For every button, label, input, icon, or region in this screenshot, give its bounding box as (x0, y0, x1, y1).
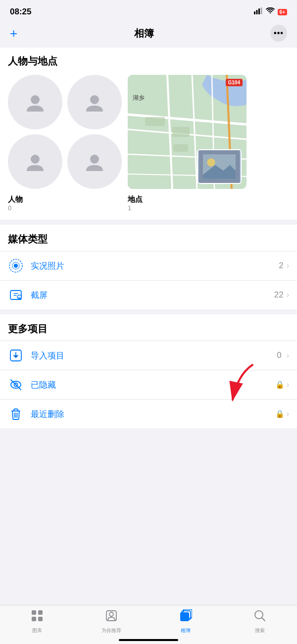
chevron-right-icon: › (287, 291, 289, 299)
hidden-right: 🔒 › (275, 380, 289, 389)
places-title: 地点 (128, 195, 247, 204)
recently-deleted-item[interactable]: 最近删除 🔒 › (0, 399, 297, 428)
search-tab-label: 搜索 (255, 627, 265, 634)
media-type-heading: 媒体类型 (0, 225, 297, 251)
tab-search[interactable]: 搜索 (223, 609, 297, 634)
nav-bar: + 相簿 ••• (0, 21, 297, 48)
svg-rect-3 (260, 7, 262, 14)
avatar-3[interactable] (8, 134, 62, 189)
import-icon (8, 348, 24, 363)
import-count: 0 (277, 351, 281, 360)
places-count: 1 (128, 204, 247, 212)
map-photo-overlay (197, 149, 242, 184)
people-avatars-grid (8, 75, 122, 189)
chevron-right-icon: › (287, 351, 289, 360)
import-right: 0 › (277, 351, 289, 360)
map-huliang-label: 湖乡 (133, 94, 145, 102)
hidden-item[interactable]: 已隐藏 🔒 › (0, 370, 297, 399)
people-count: 0 (8, 204, 122, 212)
chevron-right-icon: › (287, 410, 289, 418)
photo-preview-icon (198, 150, 241, 183)
hidden-svg (9, 378, 23, 392)
svg-point-6 (31, 155, 40, 164)
foryou-svg (105, 609, 118, 622)
tab-foryou[interactable]: 为你推荐 (74, 609, 148, 634)
svg-rect-39 (38, 617, 43, 621)
foryou-tab-label: 为你推荐 (101, 627, 121, 634)
avatar-1[interactable] (8, 75, 62, 129)
live-photos-icon (8, 258, 24, 274)
map-photo-inner (198, 150, 241, 183)
live-photos-label: 实况照片 (31, 260, 279, 272)
status-icons: 6+ (254, 7, 287, 16)
places-group[interactable]: 湖乡 G104 地点 1 (128, 75, 247, 212)
search-tab-icon (253, 609, 266, 625)
screenshot-svg (9, 288, 23, 302)
screenshots-icon (8, 287, 24, 303)
person-icon (25, 92, 46, 113)
svg-point-7 (90, 155, 99, 164)
gallery-tab-label: 图库 (32, 627, 42, 634)
avatar-2[interactable] (67, 75, 122, 129)
svg-rect-2 (258, 8, 260, 14)
lock-icon: 🔒 (275, 380, 285, 389)
avatar-4[interactable] (67, 134, 122, 189)
gallery-tab-icon (31, 609, 44, 625)
gallery-svg (31, 609, 44, 622)
chevron-right-icon: › (287, 261, 289, 270)
places-map[interactable]: 湖乡 G104 (128, 75, 247, 189)
svg-line-46 (262, 618, 265, 621)
more-button[interactable]: ••• (270, 25, 287, 42)
albums-tab-icon (179, 609, 192, 625)
places-label: 地点 1 (128, 195, 247, 212)
home-indicator (119, 639, 178, 641)
person-icon (84, 151, 105, 172)
svg-point-22 (207, 159, 215, 167)
person-icon (25, 151, 46, 172)
people-group[interactable]: 人物 0 (8, 75, 122, 212)
g104-badge: G104 (226, 79, 243, 86)
people-label: 人物 0 (8, 195, 122, 212)
screenshots-item[interactable]: 截屏 22 › (0, 280, 297, 309)
person-icon (84, 92, 105, 113)
people-places-section: 人物与地点 (0, 48, 297, 220)
hidden-icon (8, 377, 24, 393)
foryou-tab-icon (105, 609, 118, 625)
status-time: 08:25 (10, 7, 31, 17)
tab-gallery[interactable]: 图库 (0, 609, 74, 634)
live-photos-item[interactable]: 实况照片 2 › (0, 251, 297, 280)
svg-point-5 (90, 95, 99, 104)
signal-icon (254, 7, 263, 16)
status-bar: 08:25 6+ (0, 0, 297, 21)
wifi-icon (266, 7, 275, 16)
more-items-heading: 更多项目 (0, 314, 297, 341)
svg-point-24 (14, 264, 18, 268)
recently-deleted-label: 最近删除 (31, 409, 275, 420)
more-items-section: 更多项目 导入项目 0 › 已隐藏 🔒 › (0, 314, 297, 428)
screenshots-label: 截屏 (31, 290, 274, 301)
import-svg (9, 349, 23, 362)
tab-albums[interactable]: 相簿 (148, 609, 223, 634)
svg-rect-36 (32, 610, 36, 615)
people-places-heading: 人物与地点 (8, 55, 289, 68)
import-item[interactable]: 导入项目 0 › (0, 341, 297, 370)
add-button[interactable]: + (10, 26, 17, 41)
svg-rect-19 (145, 117, 165, 126)
recently-deleted-right: 🔒 › (275, 410, 289, 418)
live-photos-count: 2 (279, 261, 283, 271)
search-svg (253, 609, 266, 622)
albums-svg (179, 609, 192, 622)
svg-line-32 (14, 413, 15, 417)
svg-point-41 (109, 612, 113, 616)
svg-rect-0 (254, 11, 255, 14)
screenshots-count: 22 (274, 290, 284, 300)
trash-svg (9, 407, 23, 421)
live-photo-svg (9, 259, 23, 273)
page-title: 相簿 (134, 27, 154, 40)
svg-rect-37 (38, 610, 43, 615)
albums-tab-label: 相簿 (181, 627, 191, 634)
more-dots-icon: ••• (274, 29, 284, 38)
tab-bar: 图库 为你推荐 相簿 搜索 (0, 605, 297, 644)
lock-icon-2: 🔒 (275, 410, 285, 418)
people-places-grid: 人物 0 (8, 75, 289, 212)
